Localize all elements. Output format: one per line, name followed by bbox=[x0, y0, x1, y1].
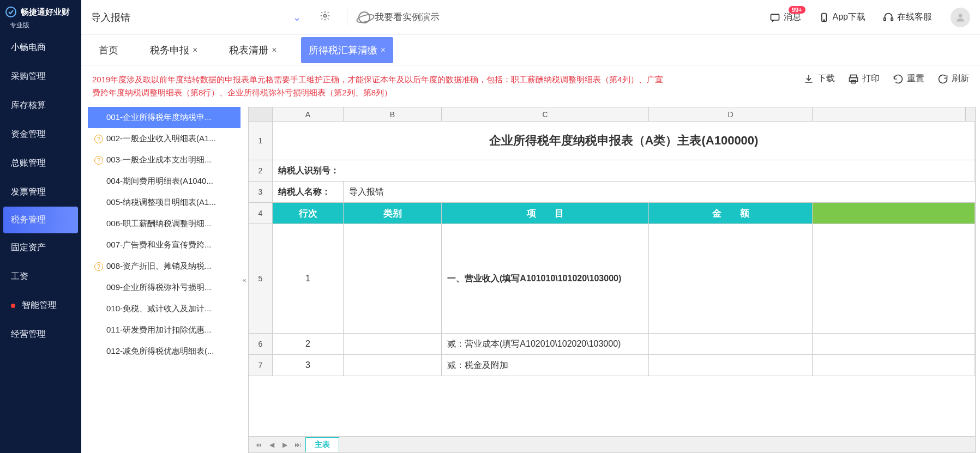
taxpayer-id-label[interactable]: 纳税人识别号： bbox=[273, 160, 975, 181]
cell-5a[interactable]: 1 bbox=[273, 224, 344, 333]
sidebar-item-5[interactable]: 发票管理 bbox=[0, 178, 81, 207]
sheet-row-6: 6 2 减：营业成本(填写A102010\102020\103000) bbox=[249, 334, 975, 355]
form-item-8[interactable]: ?009-企业所得税弥补亏损明... bbox=[88, 277, 241, 298]
header-item[interactable]: 项 目 bbox=[442, 203, 649, 224]
tab-2[interactable]: 税表清册× bbox=[221, 37, 284, 63]
form-item-2[interactable]: ?003-一般企业成本支出明细... bbox=[88, 149, 241, 171]
close-icon[interactable]: × bbox=[193, 45, 197, 55]
header-category[interactable]: 类别 bbox=[344, 203, 442, 224]
cell-5c[interactable]: 一、营业收入(填写A101010\101020\103000) bbox=[442, 224, 649, 333]
service-button[interactable]: 在线客服 bbox=[883, 11, 932, 23]
cell-7a[interactable]: 3 bbox=[273, 355, 344, 376]
col-header-b[interactable]: B bbox=[344, 107, 442, 121]
sidebar-item-1[interactable]: 采购管理 bbox=[0, 62, 81, 91]
gear-icon[interactable] bbox=[314, 10, 336, 24]
reset-button[interactable]: 重置 bbox=[893, 73, 924, 84]
sheet-tab-main[interactable]: 主表 bbox=[305, 437, 339, 452]
badge: 99+ bbox=[789, 6, 805, 14]
row-header[interactable]: 7 bbox=[249, 355, 273, 376]
messages-button[interactable]: 消息 99+ bbox=[769, 11, 801, 23]
sidebar-item-label: 资金管理 bbox=[11, 129, 46, 140]
cell-7e[interactable] bbox=[813, 355, 975, 376]
print-button[interactable]: 打印 bbox=[848, 73, 880, 84]
col-header-a[interactable]: A bbox=[273, 107, 344, 121]
cell-5b[interactable] bbox=[344, 224, 442, 333]
cell-5d[interactable] bbox=[649, 224, 813, 333]
col-header-d[interactable]: D bbox=[649, 107, 813, 121]
chevron-down-icon[interactable]: ⌄ bbox=[287, 11, 306, 23]
row-header[interactable]: 4 bbox=[249, 203, 273, 224]
cell-6b[interactable] bbox=[344, 334, 442, 354]
taxpayer-name-value[interactable]: 导入报错 bbox=[344, 182, 975, 202]
form-item-0[interactable]: ?001-企业所得税年度纳税申... bbox=[88, 107, 241, 128]
tab-3[interactable]: 所得税汇算清缴× bbox=[301, 37, 393, 63]
vertical-scrollbar[interactable] bbox=[965, 107, 975, 121]
row-header[interactable]: 6 bbox=[249, 334, 273, 354]
row-header[interactable]: 3 bbox=[249, 182, 273, 202]
sheet-title[interactable]: 企业所得税年度纳税申报表（A类）主表(A100000) bbox=[273, 122, 975, 160]
form-item-6[interactable]: ?007-广告费和业务宣传费跨... bbox=[88, 234, 241, 256]
sheet-nav-next[interactable]: ▶ bbox=[279, 439, 290, 450]
cell-6e[interactable] bbox=[813, 334, 975, 354]
app-download-button[interactable]: App下载 bbox=[819, 11, 865, 23]
cell-5e[interactable] bbox=[813, 224, 975, 333]
sidebar-item-6[interactable]: 税务管理 bbox=[3, 207, 78, 233]
header-amount[interactable]: 金 额 bbox=[649, 203, 813, 224]
row-header[interactable]: 5 bbox=[249, 224, 273, 333]
sheet-nav-prev[interactable]: ◀ bbox=[266, 439, 277, 450]
collapse-handle[interactable]: « bbox=[241, 107, 248, 453]
tab-1[interactable]: 税务申报× bbox=[142, 37, 205, 63]
service-label: 在线客服 bbox=[897, 11, 932, 23]
col-header-c[interactable]: C bbox=[442, 107, 649, 121]
form-item-5[interactable]: ?006-职工薪酬纳税调整明细... bbox=[88, 213, 241, 234]
demo-link[interactable]: 我要看实例演示 bbox=[358, 11, 440, 23]
sheet-nav-first[interactable]: ⏮ bbox=[253, 439, 264, 450]
row-header[interactable]: 1 bbox=[249, 122, 273, 160]
form-item-1[interactable]: ?002-一般企业收入明细表(A1... bbox=[88, 128, 241, 149]
taxpayer-name-label[interactable]: 纳税人名称： bbox=[273, 182, 344, 202]
sidebar-item-0[interactable]: 小畅电商 bbox=[0, 33, 81, 62]
form-item-11[interactable]: ?012-减免所得税优惠明细表(... bbox=[88, 341, 241, 362]
cell-7b[interactable] bbox=[344, 355, 442, 376]
header-extra[interactable] bbox=[813, 203, 975, 224]
topbar: 导入报错 ⌄ 我要看实例演示 消息 99+ App下载 bbox=[81, 0, 980, 35]
page-tabs: 首页税务申报×税表清册×所得税汇算清缴× bbox=[81, 35, 980, 65]
form-item-10[interactable]: ?011-研发费用加计扣除优惠... bbox=[88, 319, 241, 341]
tab-label: 首页 bbox=[99, 44, 118, 57]
app-label: App下载 bbox=[833, 11, 865, 23]
tab-0[interactable]: 首页 bbox=[91, 37, 126, 63]
search-text[interactable]: 导入报错 bbox=[91, 11, 130, 24]
sidebar-item-2[interactable]: 库存核算 bbox=[0, 91, 81, 120]
select-all-corner[interactable] bbox=[249, 107, 273, 121]
sheet-nav-last[interactable]: ⏭ bbox=[292, 439, 303, 450]
svg-rect-2 bbox=[771, 14, 779, 20]
sidebar-item-3[interactable]: 资金管理 bbox=[0, 120, 81, 149]
sidebar-item-10[interactable]: 经营管理 bbox=[0, 320, 81, 349]
divider bbox=[347, 9, 347, 26]
tab-label: 所得税汇算清缴 bbox=[309, 44, 377, 57]
column-headers: A B C D bbox=[249, 107, 975, 122]
form-item-4[interactable]: ?005-纳税调整项目明细表(A1... bbox=[88, 192, 241, 213]
close-icon[interactable]: × bbox=[381, 45, 386, 55]
form-item-label: 010-免税、减计收入及加计... bbox=[106, 304, 212, 314]
form-item-label: 001-企业所得税年度纳税申... bbox=[106, 112, 212, 123]
sidebar-item-label: 固定资产 bbox=[11, 242, 46, 253]
close-icon[interactable]: × bbox=[272, 45, 276, 55]
refresh-button[interactable]: 刷新 bbox=[937, 73, 969, 84]
sidebar-item-9[interactable]: 智能管理 bbox=[0, 291, 81, 320]
cell-6c[interactable]: 减：营业成本(填写A102010\102020\103000) bbox=[442, 334, 649, 354]
cell-6d[interactable] bbox=[649, 334, 813, 354]
cell-6a[interactable]: 2 bbox=[273, 334, 344, 354]
row-header[interactable]: 2 bbox=[249, 160, 273, 181]
form-item-9[interactable]: ?010-免税、减计收入及加计... bbox=[88, 298, 241, 319]
cell-7c[interactable]: 减：税金及附加 bbox=[442, 355, 649, 376]
avatar[interactable] bbox=[951, 8, 970, 27]
sidebar-item-7[interactable]: 固定资产 bbox=[0, 233, 81, 262]
sidebar-item-4[interactable]: 总账管理 bbox=[0, 149, 81, 178]
sidebar-item-8[interactable]: 工资 bbox=[0, 262, 81, 291]
cell-7d[interactable] bbox=[649, 355, 813, 376]
form-item-3[interactable]: ?004-期间费用明细表(A1040... bbox=[88, 171, 241, 192]
download-button[interactable]: 下载 bbox=[803, 73, 835, 84]
form-item-7[interactable]: ?008-资产折旧、摊销及纳税... bbox=[88, 256, 241, 277]
header-rownum[interactable]: 行次 bbox=[273, 203, 344, 224]
